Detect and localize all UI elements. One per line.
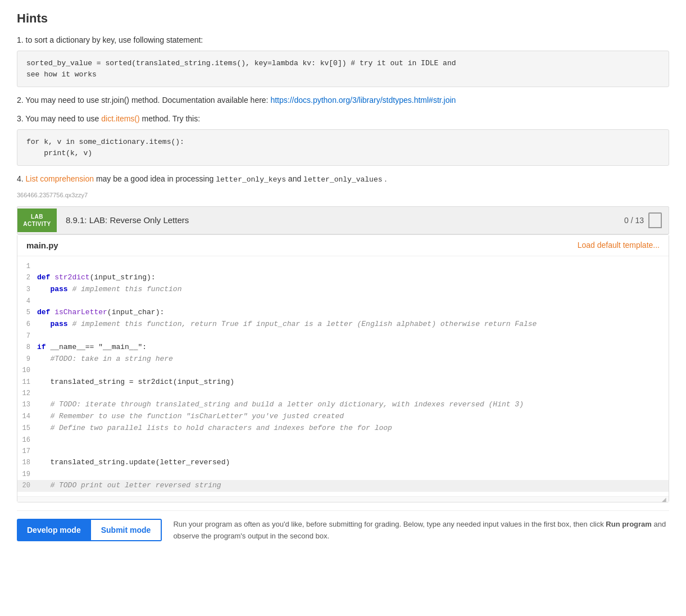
hint-3-number: 3. — [17, 114, 24, 123]
lab-label-line1: LAB — [23, 213, 51, 220]
code-line-9: 9 #TODO: take in a string here — [17, 354, 669, 365]
editor-filename: main.py — [26, 241, 58, 250]
page-title: Hints — [17, 11, 669, 26]
hints-list: 1. to sort a dictionary by key, use foll… — [17, 34, 669, 186]
line-num-2: 2 — [17, 272, 37, 283]
code-line-12: 12 — [17, 388, 669, 399]
code-line-3: 3 pass # implement this function — [17, 284, 669, 296]
code-line-17: 17 — [17, 446, 669, 457]
hint-1-number: 1. — [17, 35, 24, 44]
bottom-bar: Develop mode Submit mode Run your progra… — [17, 510, 669, 550]
score-icon — [648, 212, 662, 228]
line-num-10: 10 — [17, 365, 37, 376]
hint-4-text-before: may be a good idea in processing — [96, 174, 216, 183]
hint-3: 3. You may need to use dict.items() meth… — [17, 112, 669, 166]
line-content-13: # TODO: iterate through translated_strin… — [37, 399, 669, 411]
line-num-18: 18 — [17, 457, 37, 468]
line-num-14: 14 — [17, 411, 37, 422]
hint-1: 1. to sort a dictionary by key, use foll… — [17, 34, 669, 87]
hint-2: 2. You may need to use str.join() method… — [17, 94, 669, 106]
hint-4-code1: letter_only_keys — [216, 175, 286, 184]
lab-score: 0 / 13 — [617, 207, 669, 234]
editor-container: main.py Load default template... 1 2 def… — [17, 234, 669, 502]
line-num-4: 4 — [17, 296, 37, 307]
code-line-8: 8 if __name__== "__main__": — [17, 342, 669, 354]
code-line-2: 2 def str2dict(input_string): — [17, 272, 669, 284]
line-content-20: # TODO print out letter reversed string — [37, 480, 669, 492]
bottom-text-part1: Run your program as often as you'd like,… — [173, 520, 606, 528]
line-num-7: 7 — [17, 330, 37, 342]
code-line-16: 16 — [17, 434, 669, 446]
line-content-14: # Remember to use the function "isCharLe… — [37, 411, 669, 423]
code-block-1: sorted_by_value = sorted(translated_stri… — [17, 51, 669, 87]
code-line-15: 15 # Define two parallel lists to hold c… — [17, 423, 669, 434]
hint-2-number: 2. — [17, 96, 24, 105]
resize-icon: ◢ — [662, 496, 666, 502]
line-num-17: 17 — [17, 446, 37, 457]
line-num-3: 3 — [17, 284, 37, 295]
hint-4-period: . — [384, 174, 387, 183]
code-line-18: 18 translated_string.update(letter_rever… — [17, 457, 669, 469]
line-num-1: 1 — [17, 261, 37, 272]
code-line-20: 20 # TODO print out letter reversed stri… — [17, 480, 669, 492]
code-line-11: 11 translated_string = str2dict(input_st… — [17, 377, 669, 388]
lab-label: LAB ACTIVITY — [17, 209, 57, 232]
bottom-description: Run your program as often as you'd like,… — [173, 519, 669, 542]
metadata: 366466.2357756.qx3zzy7 — [17, 192, 669, 198]
code-line-13: 13 # TODO: iterate through translated_st… — [17, 399, 669, 411]
line-num-11: 11 — [17, 377, 37, 388]
line-content-8: if __name__== "__main__": — [37, 342, 669, 354]
code-block-2: for k, v in some_dictionary.items(): pri… — [17, 129, 669, 166]
hint-2-text-before: You may need to use str.join() method. D… — [25, 96, 270, 105]
bottom-text-bold: Run program — [606, 520, 652, 528]
code-line-5: 5 def isCharLetter(input_char): — [17, 307, 669, 319]
code-line-7: 7 — [17, 330, 669, 342]
code-line-4: 4 — [17, 296, 669, 307]
hint-1-text: to sort a dictionary by key, use followi… — [26, 35, 203, 44]
line-content-11: translated_string = str2dict(input_strin… — [37, 377, 669, 388]
hint-4: 4. List comprehension may be a good idea… — [17, 173, 669, 186]
hint-4-and: and — [288, 174, 303, 183]
line-content-15: # Define two parallel lists to hold char… — [37, 423, 669, 434]
hint-4-code2: letter_only_values — [303, 175, 382, 184]
line-num-12: 12 — [17, 388, 37, 399]
line-num-9: 9 — [17, 354, 37, 365]
line-num-5: 5 — [17, 307, 37, 318]
line-num-19: 19 — [17, 469, 37, 480]
line-num-13: 13 — [17, 399, 37, 410]
line-content-9: #TODO: take in a string here — [37, 354, 669, 365]
lab-score-value: 0 / 13 — [624, 216, 644, 225]
code-line-1: 1 — [17, 261, 669, 272]
line-content-5: def isCharLetter(input_char): — [37, 307, 669, 319]
develop-mode-button[interactable]: Develop mode — [17, 519, 91, 541]
hint-2-link[interactable]: https://docs.python.org/3/library/stdtyp… — [270, 96, 456, 105]
lab-title: 8.9.1: LAB: Reverse Only Letters — [57, 210, 617, 230]
lab-label-line2: ACTIVITY — [23, 220, 51, 228]
editor-header: main.py Load default template... — [17, 235, 669, 256]
mode-buttons: Develop mode Submit mode — [17, 519, 162, 541]
editor-resize-handle[interactable]: ◢ — [17, 496, 669, 502]
hint-4-number: 4. — [17, 174, 24, 183]
line-num-8: 8 — [17, 342, 37, 353]
code-line-10: 10 — [17, 365, 669, 376]
lab-bar: LAB ACTIVITY 8.9.1: LAB: Reverse Only Le… — [17, 206, 669, 234]
line-num-6: 6 — [17, 319, 37, 330]
hint-4-link[interactable]: List comprehension — [26, 174, 94, 183]
hint-3-text-after: method. Try this: — [142, 114, 200, 123]
line-num-15: 15 — [17, 423, 37, 434]
code-line-6: 6 pass # implement this function, return… — [17, 319, 669, 330]
line-content-18: translated_string.update(letter_reversed… — [37, 457, 669, 469]
line-num-16: 16 — [17, 434, 37, 446]
line-num-20: 20 — [17, 480, 37, 491]
code-line-14: 14 # Remember to use the function "isCha… — [17, 411, 669, 423]
line-content-6: pass # implement this function, return T… — [37, 319, 669, 330]
code-editor[interactable]: 1 2 def str2dict(input_string): 3 pass #… — [17, 256, 669, 496]
code-line-19: 19 — [17, 469, 669, 480]
hint-3-text-before: You may need to use — [25, 114, 101, 123]
load-default-link[interactable]: Load default template... — [578, 241, 660, 250]
line-content-2: def str2dict(input_string): — [37, 272, 669, 284]
submit-mode-button[interactable]: Submit mode — [91, 519, 162, 541]
hint-3-link[interactable]: dict.items() — [101, 114, 139, 123]
line-content-3: pass # implement this function — [37, 284, 669, 296]
